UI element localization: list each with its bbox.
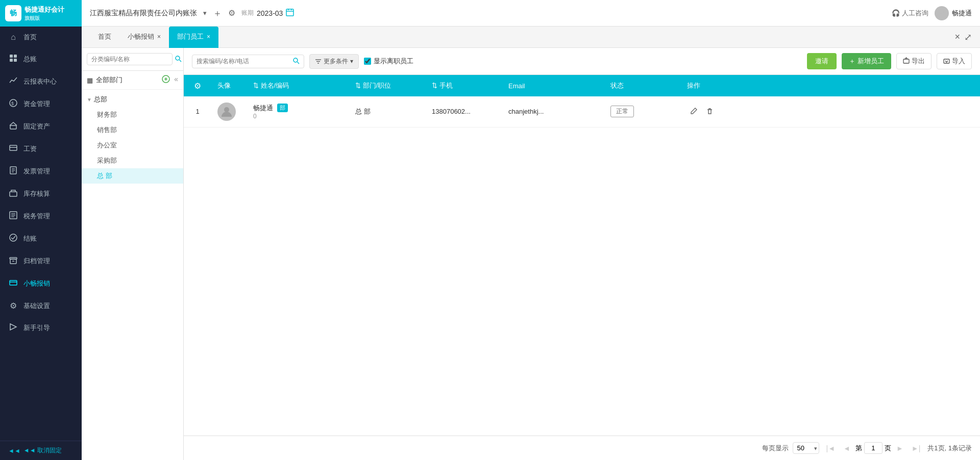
sidebar-item-guide[interactable]: 新手引导: [0, 317, 82, 339]
dept-badge: 部: [277, 104, 288, 112]
export-button[interactable]: 导出: [896, 53, 932, 69]
sidebar-item-tax[interactable]: 税务管理: [0, 205, 82, 227]
import-button[interactable]: 导入: [937, 53, 972, 69]
delete-employee-button[interactable]: [703, 106, 717, 117]
fixed-assets-icon: [8, 121, 18, 132]
prev-page-button[interactable]: ◄: [840, 443, 853, 453]
app-edition: 旗舰版: [24, 15, 64, 22]
dept-child-general[interactable]: 总 部: [82, 168, 183, 184]
dept-search-input[interactable]: [87, 53, 173, 65]
sidebar-item-payroll[interactable]: 工资: [0, 138, 82, 160]
dept-tree: ▼ 总部 财务部 销售部 办公室 采购部 总 部: [82, 90, 183, 460]
cancel-fixed-button[interactable]: ◄◄ ◄◄ 取消固定: [0, 441, 82, 460]
column-name[interactable]: ⇅ 姓名/编码: [247, 75, 349, 96]
export-icon: [903, 57, 910, 65]
svg-text:$: $: [11, 101, 14, 106]
dept-child-sales[interactable]: 销售部: [82, 122, 183, 138]
employee-search-input[interactable]: [197, 58, 289, 65]
dept-child-finance[interactable]: 财务部: [82, 107, 183, 122]
row-email: chanjethkj...: [502, 96, 604, 127]
dept-parent-headquarters[interactable]: ▼ 总部: [82, 92, 183, 107]
sidebar-item-home[interactable]: ⌂ 首页: [0, 27, 82, 48]
tab-expense[interactable]: 小畅报销 ×: [119, 27, 169, 48]
employee-search-icon[interactable]: [292, 57, 300, 66]
column-avatar: 头像: [211, 75, 247, 96]
column-dept[interactable]: ⇅ 部门/职位: [349, 75, 426, 96]
next-page-button[interactable]: ►: [893, 443, 906, 453]
table-settings-button[interactable]: ⚙: [190, 79, 205, 93]
dept-child-purchasing[interactable]: 采购部: [82, 153, 183, 168]
sidebar: 畅 畅捷通好会计 旗舰版 ⌂ 首页 总账 云报表中心 $: [0, 0, 82, 460]
dept-search-icon[interactable]: [175, 55, 182, 64]
page-input[interactable]: [864, 442, 883, 454]
calendar-icon[interactable]: [286, 8, 294, 18]
status-badge: 正常: [610, 106, 634, 117]
sidebar-item-ledger[interactable]: 总账: [0, 48, 82, 70]
per-page-label: 每页显示: [762, 444, 789, 453]
row-phone: 138070602...: [426, 96, 502, 127]
sidebar-item-funds[interactable]: $ 资金管理: [0, 93, 82, 115]
sidebar-item-invoices[interactable]: 发票管理: [0, 160, 82, 183]
period-value: 2023-03: [257, 9, 283, 17]
main-content: 江西服宝精品有限责任公司内账张 ▾ ＋ ⚙ 账期 2023-03 🎧 人工咨询 …: [82, 0, 980, 460]
tab-employees[interactable]: 部门员工 ×: [169, 27, 218, 48]
svg-rect-13: [10, 192, 17, 196]
svg-point-30: [176, 56, 180, 60]
grid-icon: ▦: [87, 76, 93, 84]
right-panel: 更多条件 ▾ 显示离职员工 邀请 ＋ 新增员工 导出: [184, 48, 980, 460]
dept-group-headquarters: ▼ 总部 财务部 销售部 办公室 采购部 总 部: [82, 92, 183, 184]
tab-employees-close[interactable]: ×: [207, 33, 210, 40]
company-settings-button[interactable]: ⚙: [228, 8, 235, 18]
sidebar-item-close[interactable]: 结账: [0, 227, 82, 250]
sidebar-item-fixed-assets[interactable]: 固定资产: [0, 115, 82, 138]
tab-home[interactable]: 首页: [90, 27, 119, 48]
tab-expense-close[interactable]: ×: [157, 33, 161, 40]
employee-table: ⚙ 头像 ⇅ 姓名/编码 ⇅ 部门/职位 ⇅ 手机: [184, 75, 980, 127]
svg-rect-1: [14, 55, 17, 58]
payroll-icon: [8, 144, 18, 154]
last-page-button[interactable]: ►|: [909, 443, 924, 453]
user-menu[interactable]: 畅捷通: [935, 6, 972, 20]
support-button[interactable]: 🎧 人工咨询: [892, 9, 928, 18]
add-employee-button[interactable]: ＋ 新增员工: [842, 53, 891, 69]
svg-point-18: [10, 234, 17, 241]
svg-point-29: [940, 10, 944, 14]
sidebar-item-expense[interactable]: 小畅报销: [0, 272, 82, 295]
reports-icon: [8, 76, 18, 87]
tab-expand-icon[interactable]: ⤢: [964, 32, 972, 43]
row-dept: 总 部: [349, 96, 426, 127]
per-page-select[interactable]: 10 20 50 100: [793, 442, 819, 454]
employee-avatar: [217, 103, 236, 121]
pagination-nav: |◄ ◄ 第 页 ► ►|: [823, 442, 924, 454]
invoices-icon: [8, 166, 18, 176]
sidebar-item-reports[interactable]: 云报表中心: [0, 70, 82, 93]
invite-button[interactable]: 邀请: [807, 53, 837, 69]
app-name: 畅捷通好会计: [24, 5, 64, 14]
pin-icon: ◄◄: [8, 447, 20, 454]
column-status: 状态: [604, 75, 681, 96]
sidebar-item-inventory[interactable]: 库存核算: [0, 183, 82, 205]
topbar: 江西服宝精品有限责任公司内账张 ▾ ＋ ⚙ 账期 2023-03 🎧 人工咨询 …: [82, 0, 980, 27]
table-row: 1 畅捷通: [184, 96, 980, 127]
column-settings: ⚙: [184, 75, 211, 96]
more-filters-button[interactable]: 更多条件 ▾: [309, 54, 359, 69]
dept-collapse-icon[interactable]: «: [174, 75, 178, 85]
add-company-button[interactable]: ＋: [213, 7, 222, 19]
column-phone[interactable]: ⇅ 手机: [426, 75, 502, 96]
sidebar-item-archive[interactable]: 归档管理: [0, 250, 82, 272]
svg-rect-22: [10, 280, 17, 285]
edit-employee-button[interactable]: [687, 106, 701, 117]
first-page-button[interactable]: |◄: [823, 443, 839, 453]
pagination: 每页显示 10 20 50 100 |◄ ◄ 第 页 ► ►|: [184, 436, 980, 460]
dept-child-office[interactable]: 办公室: [82, 138, 183, 153]
tax-icon: [8, 211, 18, 221]
row-avatar: [211, 96, 247, 127]
sidebar-item-settings[interactable]: ⚙ 基础设置: [0, 295, 82, 317]
dept-edit-icon[interactable]: [162, 75, 170, 85]
tab-close-all-icon[interactable]: ×: [954, 32, 960, 43]
content-area: ▦ 全部部门 « ▼ 总部 财务部 销售部: [82, 48, 980, 460]
company-dropdown-icon[interactable]: ▾: [203, 9, 207, 17]
svg-point-35: [293, 58, 298, 62]
svg-rect-3: [14, 59, 17, 62]
show-resigned-checkbox[interactable]: 显示离职员工: [364, 57, 413, 66]
